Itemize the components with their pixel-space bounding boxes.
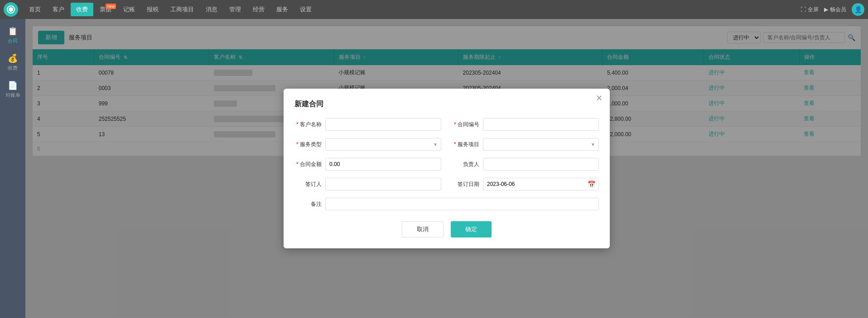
dialog: ✕ 新建合同 客户名称 合同编号 服务类型	[284, 89, 610, 248]
dialog-title: 新建合同	[294, 100, 599, 109]
contract-no-input[interactable]	[483, 118, 599, 131]
content-area: 新增 服务项目 进行中 已完成 已终止 🔍 序号 合同编	[25, 19, 868, 318]
signer-input[interactable]	[325, 178, 441, 190]
contract-amount-input[interactable]	[325, 158, 441, 171]
top-nav: 首页 客户 收费 票据 new 记账 报税 工商项目 消息 管理 经营 服务 设…	[0, 0, 868, 19]
service-item-label: 服务项目	[452, 141, 479, 148]
remark-label: 备注	[294, 200, 322, 208]
signer-row: 签订人	[294, 178, 441, 190]
dialog-close-button[interactable]: ✕	[596, 94, 603, 102]
nav-service[interactable]: 服务	[271, 3, 294, 16]
sidebar-item-contract[interactable]: 📋 合同	[0, 23, 25, 48]
dialog-footer: 取消 确定	[294, 221, 599, 237]
nav-bookkeeping[interactable]: 记账	[118, 3, 140, 16]
logo	[4, 2, 18, 17]
form-grid: 客户名称 合同编号 服务类型 ▼	[294, 118, 599, 210]
nav-right: ⛶ 全屏 ▶ 畅会员 👤	[800, 3, 864, 16]
sidebar-item-statement-label: 对账单	[5, 92, 20, 99]
sidebar-item-billing[interactable]: 💰 收费	[0, 50, 25, 75]
billing-icon: 💰	[8, 53, 18, 63]
nav-billing[interactable]: 收费	[71, 3, 93, 16]
fullscreen-button[interactable]: ⛶ 全屏	[800, 6, 819, 14]
sign-date-row: 签订日期 📅	[452, 178, 599, 190]
nav-business[interactable]: 工商项目	[165, 3, 199, 16]
statement-icon: 📄	[8, 81, 18, 90]
service-type-select[interactable]	[325, 138, 441, 151]
member-button[interactable]: ▶ 畅会员	[824, 6, 846, 14]
responsible-label: 负责人	[452, 161, 479, 168]
remark-row: 备注	[294, 198, 599, 210]
sign-date-input[interactable]	[483, 178, 599, 190]
new-badge: new	[106, 4, 116, 9]
service-item-select-wrap: ▼	[483, 138, 599, 151]
sign-date-label: 签订日期	[452, 180, 479, 188]
sign-date-wrap: 📅	[483, 178, 599, 190]
nav-items: 首页 客户 收费 票据 new 记账 报税 工商项目 消息 管理 经营 服务 设…	[24, 3, 800, 16]
nav-message[interactable]: 消息	[200, 3, 223, 16]
contract-amount-label: 合同金额	[294, 161, 322, 168]
signer-label: 签订人	[294, 180, 322, 188]
nav-customer[interactable]: 客户	[47, 3, 70, 16]
nav-invoice[interactable]: 票据 new	[94, 3, 117, 16]
avatar[interactable]: 👤	[852, 3, 864, 16]
customer-name-row: 客户名称	[294, 118, 441, 131]
contract-amount-row: 合同金额	[294, 158, 441, 171]
service-type-row: 服务类型 ▼	[294, 138, 441, 151]
nav-tax[interactable]: 报税	[141, 3, 164, 16]
fullscreen-icon: ⛶	[800, 6, 806, 13]
cancel-button[interactable]: 取消	[402, 221, 444, 237]
responsible-row: 负责人	[452, 158, 599, 171]
play-icon: ▶	[824, 6, 828, 13]
customer-name-input[interactable]	[325, 118, 441, 131]
confirm-button[interactable]: 确定	[451, 221, 492, 237]
contract-no-label: 合同编号	[452, 121, 479, 128]
sidebar-item-contract-label: 合同	[8, 38, 18, 44]
service-type-label: 服务类型	[294, 141, 322, 148]
nav-operation[interactable]: 经营	[247, 3, 270, 16]
remark-input[interactable]	[325, 198, 599, 210]
contract-icon: 📋	[8, 26, 18, 36]
modal-overlay: ✕ 新建合同 客户名称 合同编号 服务类型	[25, 19, 868, 318]
sidebar-item-billing-label: 收费	[8, 65, 18, 71]
sidebar-item-statement[interactable]: 📄 对账单	[0, 77, 25, 102]
customer-name-label: 客户名称	[294, 121, 322, 128]
service-item-select[interactable]	[483, 138, 599, 151]
nav-home[interactable]: 首页	[24, 3, 46, 16]
sidebar: 📋 合同 💰 收费 📄 对账单	[0, 19, 25, 318]
calendar-icon[interactable]: 📅	[588, 180, 595, 188]
main-layout: 📋 合同 💰 收费 📄 对账单 新增 服务项目 进行中 已完成 已终止	[0, 19, 868, 318]
contract-no-row: 合同编号	[452, 118, 599, 131]
service-item-row: 服务项目 ▼	[452, 138, 599, 151]
responsible-input[interactable]	[483, 158, 599, 171]
service-type-select-wrap: ▼	[325, 138, 441, 151]
nav-manage[interactable]: 管理	[224, 3, 246, 16]
nav-settings[interactable]: 设置	[294, 3, 317, 16]
